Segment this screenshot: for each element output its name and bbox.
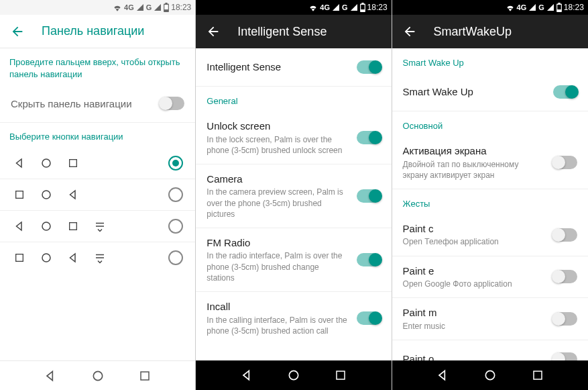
signal-icon (136, 3, 144, 11)
nav-back-icon[interactable] (239, 368, 254, 383)
hide-nav-toggle[interactable] (160, 97, 184, 110)
content: Intelligent Sense General Unlock screenI… (196, 48, 391, 360)
nav-back-icon[interactable] (435, 368, 450, 383)
svg-point-1 (42, 159, 50, 167)
signal-icon (332, 3, 340, 11)
network-g: G (342, 3, 348, 11)
title-bar: Панель навигации (0, 15, 195, 48)
svg-point-4 (42, 191, 50, 199)
network-g: G (146, 3, 152, 11)
setting-desc: In the radio interface, Palm is over the… (207, 250, 348, 283)
back-button[interactable] (402, 23, 418, 40)
system-nav-bar (392, 360, 588, 390)
signal-icon-2 (350, 3, 358, 11)
nav-recent-icon[interactable] (530, 368, 545, 383)
setting-desc: In the lock screen, Palm is over the pho… (207, 134, 348, 156)
back-icon (12, 156, 27, 170)
activation-title: Активация экрана (403, 144, 545, 158)
gesture-toggle[interactable] (553, 228, 577, 242)
setting-toggle[interactable] (357, 311, 381, 325)
recent-icon (12, 250, 27, 265)
svg-rect-0 (165, 5, 168, 9)
phone-nav-panel: 4G G 18:23 Панель навигации Проведите па… (0, 0, 196, 390)
nav-layout-option[interactable] (0, 148, 195, 179)
status-time: 18:23 (367, 3, 388, 12)
nav-home-icon[interactable] (483, 368, 497, 383)
phone-intelligent-sense: 4G G 18:23 Intelligent Sense Intelligent… (196, 0, 392, 390)
wifi-icon (308, 3, 318, 11)
setting-row[interactable]: Unlock screenIn the lock screen, Palm is… (196, 111, 391, 164)
gesture-title: Paint e (403, 264, 545, 278)
gesture-desc: Open Телефон application (403, 236, 545, 247)
nav-layout-option[interactable] (0, 242, 195, 273)
back-button[interactable] (205, 23, 221, 40)
choose-label: Выберите кнопки навигации (0, 123, 195, 147)
svg-rect-6 (70, 222, 77, 230)
activation-toggle[interactable] (553, 156, 577, 169)
hide-nav-row[interactable]: Скрыть панель навигации (0, 85, 195, 122)
network-g: G (538, 3, 544, 11)
pull-icon (93, 219, 107, 234)
home-icon (39, 156, 54, 170)
nav-recent-icon[interactable] (333, 368, 348, 383)
setting-row[interactable]: FM RadioIn the radio interface, Palm is … (196, 228, 391, 291)
layout-radio[interactable] (168, 250, 183, 265)
back-icon (12, 219, 27, 234)
setting-title: Incall (207, 300, 348, 313)
signal-icon (528, 3, 536, 11)
setting-title: FM Radio (207, 236, 348, 250)
section-main: Основной (392, 111, 588, 136)
setting-title: Unlock screen (207, 119, 348, 133)
network-4g: 4G (320, 3, 330, 11)
nav-back-icon[interactable] (43, 369, 58, 383)
svg-point-8 (42, 254, 50, 262)
gesture-toggle[interactable] (553, 352, 577, 360)
setting-toggle[interactable] (357, 253, 381, 266)
gesture-row[interactable]: Paint o (392, 340, 588, 360)
signal-icon-2 (154, 3, 162, 11)
nav-layout-option[interactable] (0, 179, 195, 210)
status-time: 18:23 (171, 3, 191, 12)
setting-row[interactable]: CameraIn the camera preview screen, Palm… (196, 164, 391, 228)
master-toggle[interactable] (357, 60, 381, 74)
setting-toggle[interactable] (357, 131, 381, 144)
status-bar: 4G G 18:23 (392, 0, 588, 15)
section-general: General (196, 87, 391, 111)
svg-point-12 (289, 371, 298, 379)
setting-row[interactable]: IncallIn the calling interface, Palm is … (196, 292, 391, 344)
layout-radio[interactable] (168, 187, 183, 202)
gesture-row[interactable]: Paint eOpen Google Фото application (392, 256, 588, 298)
svg-rect-13 (337, 371, 345, 379)
layout-radio[interactable] (168, 219, 183, 234)
hide-nav-label: Скрыть панель навигации (11, 97, 152, 111)
activation-row[interactable]: Активация экрана Двойной тап по выключен… (392, 136, 588, 189)
nav-layout-option[interactable] (0, 211, 195, 242)
content: Проведите пальцем вверх, чтобы открыть п… (0, 48, 195, 360)
gesture-row[interactable]: Paint mEnter music (392, 298, 588, 340)
setting-desc: In the camera preview screen, Palm is ov… (207, 187, 348, 220)
nav-home-icon[interactable] (286, 368, 301, 383)
page-title: SmartWakeUp (434, 25, 512, 39)
master-toggle-row[interactable]: Smart Wake Up (392, 73, 588, 111)
svg-point-15 (485, 371, 494, 379)
layout-radio[interactable] (168, 156, 183, 170)
setting-toggle[interactable] (357, 189, 381, 203)
svg-point-9 (93, 371, 102, 380)
home-icon (39, 187, 54, 202)
master-toggle-row[interactable]: Intelligent Sense (196, 48, 391, 86)
battery-icon (164, 3, 169, 12)
page-title: Панель навигации (42, 24, 144, 38)
nav-home-icon[interactable] (91, 369, 105, 383)
master-toggle[interactable] (553, 85, 577, 99)
swipe-hint: Проведите пальцем вверх, чтобы открыть п… (0, 48, 195, 85)
nav-recent-icon[interactable] (137, 369, 152, 383)
svg-point-5 (42, 222, 50, 230)
signal-icon-2 (546, 3, 554, 11)
activation-desc: Двойной тап по выключенному экрану актив… (403, 159, 545, 181)
system-nav-bar (0, 360, 195, 390)
gesture-toggle[interactable] (553, 312, 577, 326)
gesture-row[interactable]: Paint cOpen Телефон application (392, 214, 588, 256)
back-button[interactable] (9, 23, 25, 40)
gesture-toggle[interactable] (553, 270, 577, 283)
pull-icon (93, 250, 107, 265)
